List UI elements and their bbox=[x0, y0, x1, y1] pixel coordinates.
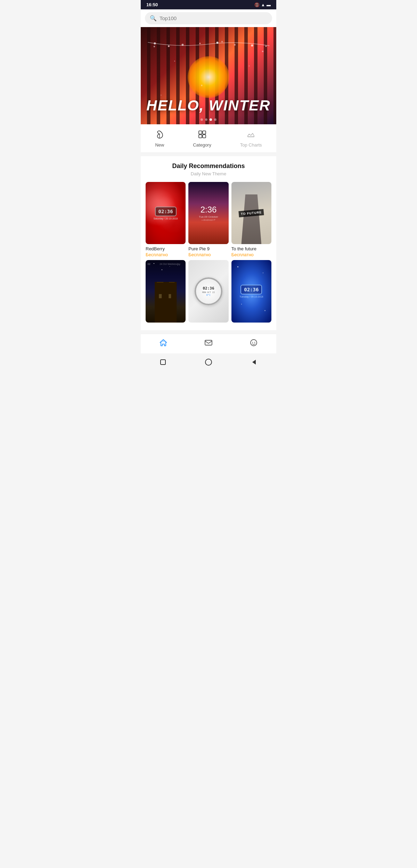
svg-point-0 bbox=[154, 42, 156, 44]
svg-point-17 bbox=[205, 359, 212, 365]
dot-2 bbox=[205, 118, 207, 121]
svg-rect-12 bbox=[205, 340, 212, 345]
svg-point-2 bbox=[181, 44, 183, 46]
redberry-clock: 02:36 bbox=[155, 207, 177, 216]
svg-point-15 bbox=[254, 342, 255, 343]
svg-point-7 bbox=[265, 45, 267, 47]
grid-icon bbox=[198, 130, 207, 141]
theme-price-purepie9: Бесплатно bbox=[188, 252, 228, 257]
wifi-icon: ▲ bbox=[261, 2, 265, 7]
dot-1 bbox=[201, 118, 203, 121]
android-nav-bar bbox=[141, 353, 276, 371]
svg-rect-8 bbox=[199, 131, 202, 134]
theme-thumb-redberry: 02:36 Saturday / 20-10-2018 bbox=[146, 182, 186, 244]
tab-top-charts-label: Top Charts bbox=[240, 142, 262, 148]
theme-card-blueclock[interactable]: 02:36 Tuesday / 09-10-2018 bbox=[231, 260, 271, 325]
theme-card-analog[interactable]: 02:36 MON OCT 22 0°C bbox=[188, 260, 228, 325]
tab-new-label: New bbox=[155, 142, 164, 148]
tab-category[interactable]: Category bbox=[186, 128, 218, 149]
theme-name-tofuture: To the future bbox=[231, 246, 271, 251]
section-title: Daily Recommendations bbox=[146, 162, 271, 170]
theme-name-purepie9: Pure Pie 9 bbox=[188, 246, 228, 251]
search-input-wrap[interactable]: 🔍 Top100 bbox=[145, 12, 272, 24]
leaf-icon bbox=[155, 130, 164, 141]
theme-price-tofuture: Бесплатно bbox=[231, 252, 271, 257]
home-icon[interactable] bbox=[159, 338, 168, 349]
theme-thumb-city: 02 24 Oct Wednesday bbox=[146, 260, 186, 322]
theme-card-redberry[interactable]: 02:36 Saturday / 20-10-2018 RedBerry Бес… bbox=[146, 182, 186, 257]
theme-price-redberry: Бесплатно bbox=[146, 252, 186, 257]
crown-icon bbox=[246, 130, 255, 141]
theme-thumb-tofuture: TO FUTURE bbox=[231, 182, 271, 244]
theme-thumb-purepie9: 2:36 Tue.09 October • Android P bbox=[188, 182, 228, 244]
svg-point-6 bbox=[251, 44, 253, 47]
svg-rect-16 bbox=[161, 360, 165, 365]
section-subtitle: Daily New Theme bbox=[146, 171, 271, 176]
bottom-app-bar bbox=[141, 334, 276, 353]
nav-square-button[interactable] bbox=[160, 359, 166, 367]
svg-point-13 bbox=[251, 340, 257, 346]
svg-point-14 bbox=[252, 342, 253, 343]
signal-icon: 📵 bbox=[254, 2, 260, 7]
battery-icon: ▬ bbox=[267, 2, 271, 7]
search-bar: 🔍 Top100 bbox=[141, 9, 276, 27]
svg-rect-11 bbox=[203, 135, 206, 138]
hero-banner: HELLO, WINTER bbox=[141, 27, 276, 124]
status-icons: 📵 ▲ ▬ bbox=[254, 2, 271, 7]
search-icon: 🔍 bbox=[150, 15, 157, 22]
status-bar: 16:50 📵 ▲ ▬ bbox=[141, 0, 276, 9]
theme-card-tofuture[interactable]: TO FUTURE To the future Бесплатно bbox=[231, 182, 271, 257]
theme-thumb-analog: 02:36 MON OCT 22 0°C bbox=[188, 260, 228, 322]
svg-rect-10 bbox=[199, 135, 202, 138]
tab-new[interactable]: New bbox=[148, 128, 171, 149]
dot-4 bbox=[214, 118, 216, 121]
mail-icon[interactable] bbox=[204, 338, 213, 349]
status-time: 16:50 bbox=[146, 2, 158, 7]
face-icon[interactable] bbox=[249, 338, 258, 349]
themes-grid: 02:36 Saturday / 20-10-2018 RedBerry Бес… bbox=[146, 182, 271, 325]
svg-point-4 bbox=[216, 42, 218, 44]
hero-decoration bbox=[148, 41, 270, 52]
tab-category-label: Category bbox=[193, 142, 211, 148]
tab-top-charts[interactable]: Top Charts bbox=[233, 128, 269, 149]
svg-point-1 bbox=[168, 45, 170, 47]
svg-point-3 bbox=[199, 43, 201, 44]
dot-3 bbox=[210, 118, 212, 121]
svg-point-5 bbox=[234, 44, 236, 46]
theme-name-redberry: RedBerry bbox=[146, 246, 186, 251]
nav-tabs: New Category Top Charts bbox=[141, 124, 276, 153]
recommendations-section: Daily Recommendations Daily New Theme 02… bbox=[141, 156, 276, 330]
svg-rect-9 bbox=[203, 131, 206, 134]
nav-back-button[interactable] bbox=[251, 359, 257, 367]
redberry-date: Saturday / 20-10-2018 bbox=[154, 217, 178, 220]
nav-circle-button[interactable] bbox=[205, 358, 212, 368]
hero-dots bbox=[201, 118, 216, 121]
svg-marker-18 bbox=[252, 360, 256, 365]
theme-thumb-blueclock: 02:36 Tuesday / 09-10-2018 bbox=[231, 260, 271, 322]
search-input[interactable]: Top100 bbox=[160, 15, 267, 21]
theme-card-purepie9[interactable]: 2:36 Tue.09 October • Android P Pure Pie… bbox=[188, 182, 228, 257]
theme-card-city[interactable]: 02 24 Oct Wednesday bbox=[146, 260, 186, 325]
